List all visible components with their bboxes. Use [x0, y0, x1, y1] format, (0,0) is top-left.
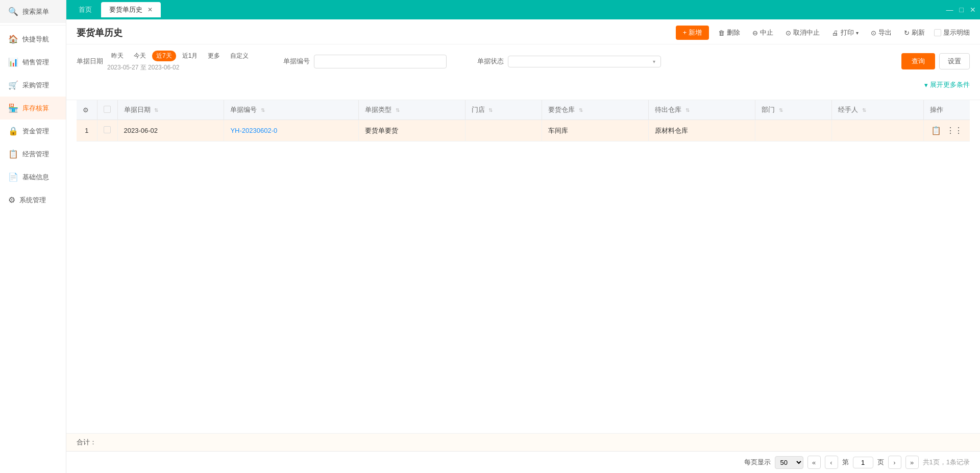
bill-no-input[interactable] — [314, 55, 447, 68]
date-btn-yesterday[interactable]: 昨天 — [107, 51, 128, 61]
th-bill-type[interactable]: 单据类型 ⇅ — [358, 100, 465, 120]
sidebar-search-label: 搜索菜单 — [22, 7, 49, 16]
select-all-checkbox[interactable] — [104, 106, 111, 113]
print-icon: 🖨 — [832, 29, 839, 37]
settings-button[interactable]: 设置 — [939, 53, 970, 69]
td-actions: 📋 ⋮⋮ — [924, 120, 970, 141]
bill-no-filter-group: 单据编号 — [283, 55, 447, 68]
delete-icon: 🗑 — [718, 29, 725, 37]
page-jump-label: 第 — [842, 458, 849, 467]
prev-page-icon: ‹ — [830, 459, 832, 466]
show-detail-toggle[interactable]: 显示明细 — [934, 28, 970, 37]
sidebar-item-base-info[interactable]: 📄 基础信息 — [0, 165, 66, 188]
suspend-icon: ⊖ — [752, 29, 758, 37]
page-header: 要货单历史 + 新增 🗑 删除 ⊖ 中止 ⊙ 取消中止 — [66, 19, 980, 44]
suspend-button[interactable]: ⊖ 中止 — [749, 26, 776, 39]
cancel-suspend-button[interactable]: ⊙ 取消中止 — [782, 26, 823, 39]
row-checkbox[interactable] — [104, 126, 111, 133]
per-page-label: 每页显示 — [744, 458, 771, 467]
edit-icon[interactable]: 📋 — [930, 125, 942, 136]
th-actions: 操作 — [924, 100, 970, 120]
tab-order-history-label: 要货单历史 — [109, 5, 142, 14]
date-btn-today[interactable]: 今天 — [130, 51, 150, 61]
date-btn-7days[interactable]: 近7天 — [152, 51, 176, 61]
close-icon[interactable]: ✕ — [970, 6, 976, 14]
expand-more-btn[interactable]: ▾ 展开更多条件 — [924, 76, 970, 93]
date-btn-custom[interactable]: 自定义 — [226, 51, 253, 61]
sort-icon-req-warehouse: ⇅ — [579, 107, 583, 113]
date-btn-more[interactable]: 更多 — [204, 51, 224, 61]
th-date[interactable]: 单据日期 ⇅ — [117, 100, 224, 120]
per-page-select[interactable]: 10 20 50 100 — [775, 456, 803, 469]
next-page-button[interactable]: › — [888, 456, 901, 469]
sidebar-item-operations[interactable]: 📋 经营管理 — [0, 143, 66, 165]
sort-icon-bill-no: ⇅ — [261, 107, 265, 113]
maximize-icon[interactable]: □ — [960, 6, 964, 14]
more-icon[interactable]: ⋮⋮ — [945, 125, 964, 136]
gear-settings-icon[interactable]: ⚙ — [83, 106, 89, 114]
sidebar-item-inventory[interactable]: 🏪 库存核算 — [0, 97, 66, 120]
tab-close-icon[interactable]: ✕ — [148, 6, 153, 13]
refresh-button[interactable]: ↻ 刷新 — [901, 26, 928, 39]
table-container: ⚙ 单据日期 ⇅ 单据编号 ⇅ — [66, 100, 980, 433]
next-page-icon: › — [893, 459, 895, 466]
th-bill-no[interactable]: 单据编号 ⇅ — [224, 100, 358, 120]
sidebar-item-quick-nav[interactable]: 🏠 快捷导航 — [0, 28, 66, 51]
sidebar: 🔍 搜索菜单 🏠 快捷导航 📊 销售管理 🛒 采购管理 🏪 库存核算 🔒 资金管… — [0, 0, 66, 473]
tab-order-history[interactable]: 要货单历史 ✕ — [101, 2, 161, 17]
main-area: 首页 要货单历史 ✕ — □ ✕ 要货单历史 + 新增 🗑 — [66, 0, 980, 473]
sidebar-item-finance[interactable]: 🔒 资金管理 — [0, 120, 66, 143]
checkbox-show-detail[interactable] — [934, 29, 941, 36]
export-icon: ⊙ — [871, 29, 876, 37]
th-dest-warehouse[interactable]: 待出仓库 ⇅ — [649, 100, 755, 120]
last-page-icon: » — [910, 459, 914, 466]
th-gear[interactable]: ⚙ — [77, 100, 97, 120]
status-label: 单据状态 — [477, 57, 504, 66]
sidebar-item-purchase[interactable]: 🛒 采购管理 — [0, 74, 66, 97]
date-btn-1month[interactable]: 近1月 — [178, 51, 202, 61]
page-suffix: 页 — [877, 458, 884, 467]
minimize-icon[interactable]: — — [946, 6, 953, 14]
td-date: 2023-06-02 — [117, 120, 224, 141]
chevron-down-icon-expand: ▾ — [924, 81, 928, 89]
sidebar-item-label-quick-nav: 快捷导航 — [22, 35, 49, 44]
page-input[interactable] — [853, 457, 873, 468]
search-icon: 🔍 — [8, 7, 18, 16]
delete-button[interactable]: 🗑 删除 — [715, 26, 743, 39]
system-icon: ⚙ — [8, 195, 15, 205]
date-quick-btns: 昨天 今天 近7天 近1月 更多 自定义 — [107, 51, 253, 61]
sidebar-search[interactable]: 🔍 搜索菜单 — [0, 0, 66, 23]
th-checkbox — [97, 100, 117, 120]
td-store — [465, 120, 542, 141]
th-store[interactable]: 门店 ⇅ — [465, 100, 542, 120]
bill-no-link[interactable]: YH-20230602-0 — [230, 127, 277, 134]
sidebar-item-label-purchase: 采购管理 — [22, 81, 49, 90]
toolbar: + 新增 🗑 删除 ⊖ 中止 ⊙ 取消中止 🖨 打 — [676, 26, 970, 40]
sidebar-item-sales[interactable]: 📊 销售管理 — [0, 51, 66, 74]
status-filter-group: 单据状态 ▾ — [477, 56, 661, 67]
print-button[interactable]: 🖨 打印 ▾ — [829, 26, 862, 39]
prev-page-button[interactable]: ‹ — [825, 456, 838, 469]
chevron-down-icon: ▾ — [653, 59, 655, 64]
sort-icon-dept: ⇅ — [779, 107, 783, 113]
first-page-button[interactable]: « — [807, 456, 821, 469]
first-page-icon: « — [812, 459, 816, 466]
status-select[interactable]: ▾ — [508, 56, 661, 67]
add-button[interactable]: + 新增 — [676, 26, 709, 40]
query-button[interactable]: 查询 — [901, 53, 935, 69]
th-dept[interactable]: 部门 ⇅ — [755, 100, 832, 120]
print-dropdown-icon: ▾ — [856, 30, 859, 36]
sort-icon-bill-type: ⇅ — [396, 107, 400, 113]
th-handler[interactable]: 经手人 ⇅ — [832, 100, 924, 120]
export-button[interactable]: ⊙ 导出 — [868, 26, 895, 39]
th-req-warehouse[interactable]: 要货仓库 ⇅ — [542, 100, 649, 120]
sidebar-item-label-system: 系统管理 — [19, 196, 46, 205]
td-dest-warehouse: 原材料仓库 — [649, 120, 755, 141]
refresh-icon: ↻ — [904, 29, 910, 37]
sidebar-item-system[interactable]: ⚙ 系统管理 — [0, 188, 66, 211]
td-bill-type: 要货单要货 — [358, 120, 465, 141]
date-filter-range: 昨天 今天 近7天 近1月 更多 自定义 2023-05-27 至 2023-0… — [107, 51, 253, 72]
last-page-button[interactable]: » — [905, 456, 919, 469]
base-info-icon: 📄 — [8, 172, 18, 182]
tab-home[interactable]: 首页 — [70, 2, 100, 17]
